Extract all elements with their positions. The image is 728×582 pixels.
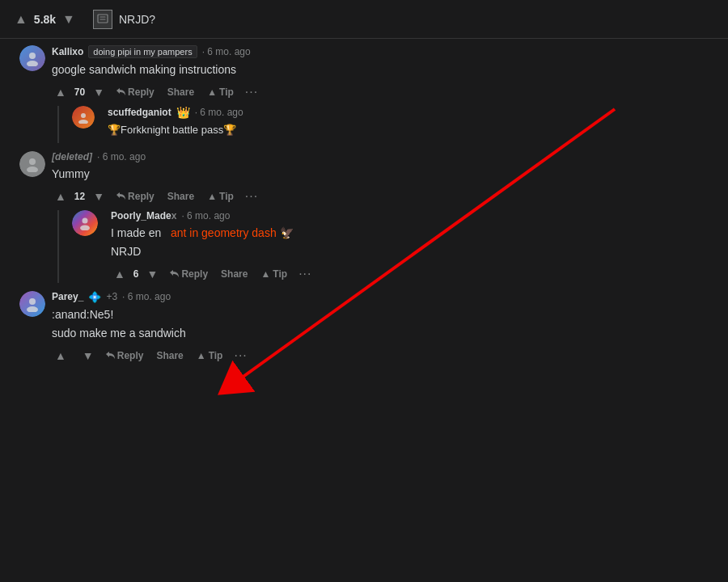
comment-content-parey-1: :anand:Ne5! xyxy=(52,306,715,323)
comment-header-poorly: Poorly_Madex · 6 mo. ago xyxy=(111,210,715,221)
comment-actions-poorly: ▲ 6 ▼ Reply Share ▲Tip ··· xyxy=(111,265,715,283)
more-button-kallixo[interactable]: ··· xyxy=(242,83,261,101)
comment-content-scuffed: 🏆Forkknight battle pass🏆 xyxy=(108,122,715,138)
comment-header-scuffed: scuffedganiot 👑 · 6 mo. ago xyxy=(108,106,715,119)
svg-rect-0 xyxy=(98,15,108,23)
crown-badge: 👑 xyxy=(176,106,190,119)
tip-button-poorly[interactable]: ▲Tip xyxy=(256,265,292,283)
avatar-kallixo xyxy=(19,45,45,71)
vote-count-kallixo: 70 xyxy=(73,86,87,98)
username-kallixo[interactable]: Kallixo xyxy=(52,46,83,57)
avatar-poorly xyxy=(72,210,98,236)
comment-deleted: [deleted] · 6 mo. ago Yummy ▲ 12 ▼ Reply… xyxy=(19,151,715,205)
timestamp-parey: · 6 mo. ago xyxy=(122,291,171,302)
username-poorly[interactable]: Poorly_Madex xyxy=(111,210,176,221)
share-button-kallixo[interactable]: Share xyxy=(163,83,199,101)
svg-point-2 xyxy=(27,61,38,66)
comment-body-scuffed: scuffedganiot 👑 · 6 mo. ago 🏆Forkknight … xyxy=(108,106,715,143)
share-button-parey[interactable]: Share xyxy=(151,347,188,365)
timestamp-poorly: · 6 mo. ago xyxy=(181,210,230,221)
timestamp-deleted: · 6 mo. ago xyxy=(97,151,146,162)
comment-content-poorly-2: NRJD xyxy=(111,243,715,260)
title-icon xyxy=(93,10,112,29)
avatar-scuffed xyxy=(72,106,95,129)
svg-point-3 xyxy=(81,113,86,118)
more-button-deleted[interactable]: ··· xyxy=(242,188,261,205)
svg-point-4 xyxy=(78,120,88,124)
downvote-kallixo[interactable]: ▼ xyxy=(90,84,108,100)
avatar-parey xyxy=(19,291,45,317)
post-title: NRJD? xyxy=(119,13,155,26)
tip-button-deleted[interactable]: ▲Tip xyxy=(202,188,239,205)
vote-count: 5.8k xyxy=(34,13,56,26)
svg-point-1 xyxy=(29,53,36,59)
vote-count-deleted: 12 xyxy=(73,191,87,202)
upvote-kallixo[interactable]: ▲ xyxy=(52,84,70,100)
svg-point-8 xyxy=(80,225,90,230)
vote-count-poorly: 6 xyxy=(132,268,141,280)
main-content: Kallixo doing pipi in my pampers · 6 mo.… xyxy=(0,39,728,582)
comment-poorly: Poorly_Madex · 6 mo. ago I made en ant i… xyxy=(45,210,715,283)
vote-section: ▲ 5.8k ▼ xyxy=(13,11,77,28)
downvote-button[interactable]: ▼ xyxy=(61,11,77,28)
comment-content-poorly-1: I made en ant in geometry dash 🦅 xyxy=(111,225,715,242)
svg-point-10 xyxy=(27,306,38,312)
timestamp-kallixo: · 6 mo. ago xyxy=(202,46,251,57)
content-area: Kallixo doing pipi in my pampers · 6 mo.… xyxy=(6,39,728,582)
tip-button-kallixo[interactable]: ▲Tip xyxy=(202,83,239,101)
svg-point-9 xyxy=(29,298,36,305)
username-deleted: [deleted] xyxy=(52,151,92,162)
topbar: ▲ 5.8k ▼ NRJD? xyxy=(0,0,728,39)
downvote-poorly[interactable]: ▼ xyxy=(144,266,162,282)
diamond-badge: 💠 xyxy=(88,291,101,303)
upvote-parey[interactable]: ▲ xyxy=(52,348,70,364)
more-button-poorly[interactable]: ··· xyxy=(295,265,315,283)
avatar-deleted xyxy=(19,151,45,177)
username-scuffed[interactable]: scuffedganiot xyxy=(108,107,171,118)
timestamp-scuffed: · 6 mo. ago xyxy=(195,107,243,118)
downvote-deleted[interactable]: ▼ xyxy=(90,188,108,205)
reply-button-parey[interactable]: Reply xyxy=(100,347,149,365)
upvote-poorly[interactable]: ▲ xyxy=(111,266,129,282)
share-button-deleted[interactable]: Share xyxy=(163,188,199,205)
comment-header-parey: Parey_ 💠 +3 · 6 mo. ago xyxy=(52,291,715,303)
comment-header-deleted: [deleted] · 6 mo. ago xyxy=(52,151,715,162)
comment-actions-parey: ▲ ▼ Reply Share ▲Tip ··· xyxy=(52,347,715,365)
svg-point-6 xyxy=(27,167,38,172)
svg-point-5 xyxy=(29,158,36,165)
comment-body-poorly: Poorly_Madex · 6 mo. ago I made en ant i… xyxy=(111,210,715,283)
indent-line-poorly xyxy=(57,210,59,283)
comment-actions-deleted: ▲ 12 ▼ Reply Share ▲Tip ··· xyxy=(52,188,715,205)
upvote-button[interactable]: ▲ xyxy=(13,11,29,28)
username-parey[interactable]: Parey_ xyxy=(52,291,83,302)
comment-body-parey: Parey_ 💠 +3 · 6 mo. ago :anand:Ne5! sudo… xyxy=(52,291,715,365)
reply-button-deleted[interactable]: Reply xyxy=(111,188,159,205)
comment-body-deleted: [deleted] · 6 mo. ago Yummy ▲ 12 ▼ Reply… xyxy=(52,151,715,205)
upvote-deleted[interactable]: ▲ xyxy=(52,188,70,205)
left-sidebar xyxy=(0,39,6,582)
title-section: NRJD? xyxy=(93,10,155,29)
reply-button-kallixo[interactable]: Reply xyxy=(111,83,159,101)
comment-content-deleted: Yummy xyxy=(52,166,715,183)
reply-button-poorly[interactable]: Reply xyxy=(164,265,213,283)
comment-body-kallixo: Kallixo doing pipi in my pampers · 6 mo.… xyxy=(52,45,715,101)
comment-content-parey-2: sudo make me a sandwich xyxy=(52,325,715,342)
comment-parey: Parey_ 💠 +3 · 6 mo. ago :anand:Ne5! sudo… xyxy=(19,291,715,365)
comment-kallixo: Kallixo doing pipi in my pampers · 6 mo.… xyxy=(19,45,715,101)
comment-scuffed: scuffedganiot 👑 · 6 mo. ago 🏆Forkknight … xyxy=(45,106,715,143)
comment-actions-kallixo: ▲ 70 ▼ Reply Share ▲Tip ··· xyxy=(52,83,715,101)
comment-content-kallixo: google sandwich making instructions xyxy=(52,61,715,78)
flair-kallixo: doing pipi in my pampers xyxy=(88,45,197,58)
svg-point-7 xyxy=(83,217,88,223)
indent-line-scuffed xyxy=(57,106,59,143)
downvote-parey[interactable]: ▼ xyxy=(79,348,97,364)
more-button-parey[interactable]: ··· xyxy=(231,347,250,365)
share-button-poorly[interactable]: Share xyxy=(216,265,252,283)
tip-button-parey[interactable]: ▲Tip xyxy=(192,347,228,365)
comment-header-kallixo: Kallixo doing pipi in my pampers · 6 mo.… xyxy=(52,45,715,58)
plus-count-parey: +3 xyxy=(106,291,117,302)
